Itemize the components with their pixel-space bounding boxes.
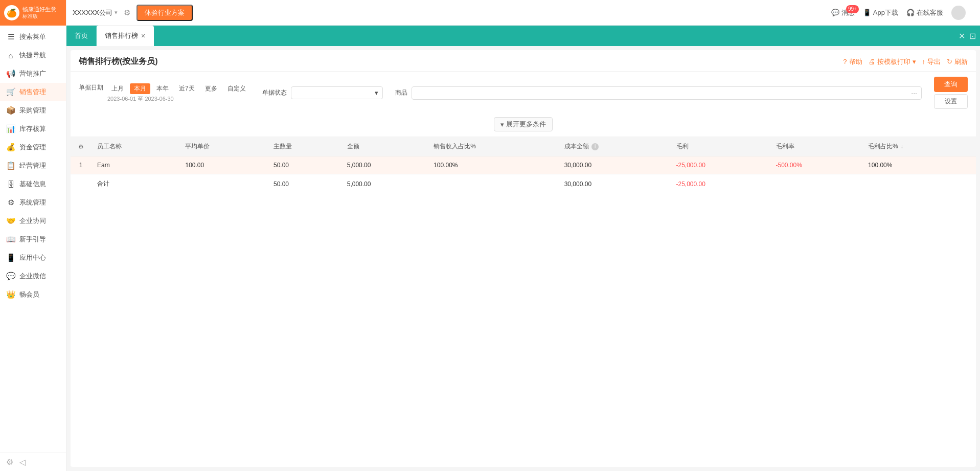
tab-sales-rank[interactable]: 销售排行榜 × — [97, 26, 154, 46]
date-btn-more[interactable]: 更多 — [201, 83, 221, 94]
app-download-btn[interactable]: 📱 App下载 — [863, 8, 898, 17]
sidebar-item-搜索菜单[interactable]: ☰搜索菜单 — [0, 28, 66, 46]
page-actions: ? 帮助 🖨 按模板打印 ▾ ↑ 导出 ↻ 刷新 — [843, 57, 968, 66]
sidebar-item-采购管理[interactable]: 📦采购管理 — [0, 101, 66, 120]
goods-select[interactable]: ··· — [412, 86, 922, 100]
th-settings[interactable]: ⚙ — [71, 137, 91, 156]
date-options-block: 上月 本月 本年 近7天 更多 自定义 2023-06-01 至 2023-06… — [107, 83, 250, 103]
sidebar-item-label: 应用中心 — [19, 253, 46, 262]
sidebar-item-icon: 📊 — [6, 124, 15, 133]
sidebar-item-应用中心[interactable]: 📱应用中心 — [0, 249, 66, 267]
cell-amount: 5,000.00 — [341, 156, 427, 174]
sidebar-item-label: 基础信息 — [19, 180, 46, 189]
topbar: XXXXXX公司 ▾ ⚙ 体验行业方案 💬 消息 99+ 📱 App下载 🎧 在… — [66, 0, 980, 26]
query-btn[interactable]: 查询 — [934, 77, 968, 92]
refresh-icon: ↻ — [947, 58, 952, 65]
sidebar-item-企业协同[interactable]: 🤝企业协同 — [0, 212, 66, 230]
online-service-btn[interactable]: 🎧 在线客服 — [906, 8, 943, 17]
refresh-btn[interactable]: ↻ 刷新 — [947, 57, 968, 66]
date-btn-custom[interactable]: 自定义 — [223, 83, 250, 94]
table-wrapper: ⚙ 员工名称 平均单价 主数量 全额 销售收入占比% 成本全额 i 毛利 毛利率… — [71, 137, 976, 467]
date-filter: 单据日期 上月 本月 本年 近7天 更多 自定义 2023-06-01 至 20… — [79, 83, 250, 103]
topbar-right: 💬 消息 99+ 📱 App下载 🎧 在线客服 — [831, 6, 974, 20]
fullscreen-icon[interactable]: ⊡ — [969, 31, 976, 41]
sidebar-item-icon: 👑 — [6, 290, 15, 299]
sidebar-item-库存核算[interactable]: 📊库存核算 — [0, 120, 66, 138]
cell-main-qty: 50.00 — [267, 156, 341, 174]
company-selector[interactable]: XXXXXX公司 ▾ — [73, 8, 118, 17]
export-btn[interactable]: ↑ 导出 — [922, 57, 941, 66]
message-btn[interactable]: 💬 消息 99+ — [831, 8, 855, 17]
online-service-label: 在线客服 — [917, 8, 943, 17]
th-cost: 成本全额 i — [558, 137, 670, 156]
date-btn-last-month[interactable]: 上月 — [107, 83, 128, 94]
sidebar-logo: 🍊 畅康通好生意 标准版 — [0, 0, 66, 26]
sidebar-item-企业微信[interactable]: 💬企业微信 — [0, 267, 66, 285]
sidebar-item-基础信息[interactable]: 🗄基础信息 — [0, 175, 66, 193]
sidebar-item-资金管理[interactable]: 💰资金管理 — [0, 138, 66, 156]
date-btn-this-year[interactable]: 本年 — [152, 83, 173, 94]
sidebar-item-label: 畅会员 — [19, 290, 39, 299]
table-head: ⚙ 员工名称 平均单价 主数量 全额 销售收入占比% 成本全额 i 毛利 毛利率… — [71, 137, 976, 156]
expand-btn[interactable]: ▾ 展开更多条件 — [494, 117, 553, 131]
gross-pct-sort-icon[interactable]: ↕ — [901, 144, 903, 149]
sidebar-item-系统管理[interactable]: ⚙系统管理 — [0, 193, 66, 212]
cell-gross: -25,000.00 — [670, 156, 770, 174]
tab-home[interactable]: 首页 — [66, 26, 97, 46]
expand-label: 展开更多条件 — [506, 120, 546, 129]
footer-empty-2 — [179, 174, 267, 194]
th-gross-pct: 毛利占比% ↕ — [862, 137, 976, 156]
cost-info-icon[interactable]: i — [591, 143, 599, 150]
topbar-gear-icon[interactable]: ⚙ — [124, 8, 130, 17]
sidebar-item-经营管理[interactable]: 📋经营管理 — [0, 156, 66, 175]
date-btn-this-month[interactable]: 本月 — [130, 83, 150, 94]
collapse-icon[interactable]: ◁ — [19, 457, 26, 467]
tab-close-icon[interactable]: × — [141, 32, 145, 40]
sidebar-item-icon: 📱 — [6, 253, 15, 262]
sidebar-item-label: 营销推广 — [19, 69, 46, 78]
close-window-icon[interactable]: ✕ — [959, 31, 965, 41]
logo-sub: 标准版 — [22, 13, 56, 20]
footer-amount: 5,000.00 — [341, 174, 427, 194]
sidebar-item-label: 企业微信 — [19, 272, 46, 281]
th-main-qty: 主数量 — [267, 137, 341, 156]
sidebar-item-label: 新手引导 — [19, 235, 46, 244]
message-badge: 99+ — [846, 5, 859, 13]
logo-name: 畅康通好生意 — [22, 6, 56, 13]
sidebar-item-label: 搜索菜单 — [19, 32, 46, 41]
tab-home-label: 首页 — [75, 31, 88, 40]
logo-text-block: 畅康通好生意 标准版 — [22, 6, 56, 20]
print-btn[interactable]: 🖨 按模板打印 ▾ — [869, 57, 916, 66]
status-select[interactable]: ▾ — [291, 86, 383, 99]
cell-gross-rate: -500.00% — [770, 156, 862, 174]
th-amount: 全额 — [341, 137, 427, 156]
settings-btn[interactable]: 设置 — [934, 94, 968, 109]
sidebar-item-label: 采购管理 — [19, 106, 46, 115]
sidebar-item-快捷导航[interactable]: ⌂快捷导航 — [0, 46, 66, 64]
table-body: 1 Eam 100.00 50.00 5,000.00 100.00% 30,0… — [71, 156, 976, 174]
sidebar-item-icon: 📢 — [6, 69, 15, 78]
status-label: 单据状态 — [262, 88, 287, 97]
logo-icon: 🍊 — [4, 5, 19, 20]
settings-icon[interactable]: ⚙ — [6, 457, 13, 467]
help-btn[interactable]: ? 帮助 — [843, 57, 862, 66]
data-table: ⚙ 员工名称 平均单价 主数量 全额 销售收入占比% 成本全额 i 毛利 毛利率… — [71, 137, 976, 193]
print-arrow-icon: ▾ — [913, 58, 916, 65]
sidebar-item-营销推广[interactable]: 📢营销推广 — [0, 64, 66, 83]
footer-label: 合计 — [91, 174, 179, 194]
sidebar-item-新手引导[interactable]: 📖新手引导 — [0, 230, 66, 249]
trial-btn[interactable]: 体验行业方案 — [136, 5, 193, 21]
tabbar: 首页 销售排行榜 × ✕ ⊡ — [66, 26, 980, 46]
sidebar-item-畅会员[interactable]: 👑畅会员 — [0, 285, 66, 304]
sidebar-item-销售管理[interactable]: 🛒销售管理 — [0, 83, 66, 101]
filter-buttons: 查询 设置 — [934, 77, 968, 109]
status-arrow-icon: ▾ — [375, 89, 378, 97]
page-title: 销售排行榜(按业务员) — [79, 56, 158, 67]
date-btn-7days[interactable]: 近7天 — [175, 83, 199, 94]
expand-row: ▾ 展开更多条件 — [79, 115, 968, 131]
th-avg-price: 平均单价 — [179, 137, 267, 156]
footer-cost: 30,000.00 — [558, 174, 670, 194]
footer-empty-5 — [862, 174, 976, 194]
company-arrow-icon: ▾ — [115, 9, 118, 16]
avatar[interactable] — [951, 6, 966, 20]
